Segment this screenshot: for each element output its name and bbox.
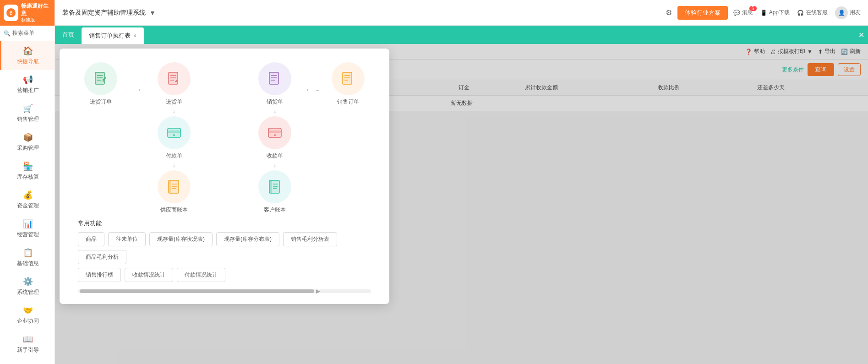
message-icon: 💬 [733, 10, 740, 16]
system-title: 装备及固定资产辅助管理系统 ▼ [62, 9, 660, 17]
payment-circle: ¥ [158, 116, 191, 149]
scroll-right-arrow[interactable]: ▶ [316, 288, 320, 294]
popup-scrollbar-thumb [80, 289, 314, 293]
flow-node-sale-bill[interactable]: 销货单 [252, 62, 298, 106]
arrow-down-receipt: ↓ [252, 108, 298, 114]
common-funcs-title: 常用功能 [78, 219, 371, 228]
operations-icon: 📊 [23, 219, 33, 229]
svg-text:¥: ¥ [273, 133, 276, 137]
main-area: 装备及固定资产辅助管理系统 ▼ ⚙ 体验行业方案 💬 消息 5 📱 App下载 … [55, 0, 868, 364]
service-icon: 🎧 [797, 10, 804, 16]
flow-node-purchase-bill[interactable]: 进货单 [151, 62, 197, 106]
sidebar-item-quick[interactable]: 🏠 快捷导航 [0, 41, 55, 70]
sidebar-nav: 🏠 快捷导航 📢 营销推广 🛒 销售管理 📦 采购管理 🏪 库存核算 💰 [0, 41, 55, 364]
sidebar-item-finance[interactable]: 💰 资金管理 [0, 185, 55, 214]
popup-scrollbar[interactable]: ▶ [78, 289, 371, 293]
flow-row-2: ¥ 付款单 [78, 116, 371, 160]
supplier-ledger-circle [158, 170, 191, 203]
finance-icon: 💰 [23, 190, 33, 200]
flow-node-purchase-order[interactable]: 进货订单 [78, 62, 124, 106]
inventory-icon: 🏪 [23, 161, 33, 171]
purchase-bill-circle [158, 62, 191, 95]
flow-arrow-down-row: ↓ ↓ [78, 108, 371, 114]
receipt-circle: ¥ [258, 116, 291, 149]
flow-row-3: 供应商账本 [78, 170, 371, 214]
func-btn-payment-stat[interactable]: 付款情况统计 [177, 268, 225, 282]
tabbar: 首页 销售订单执行表 × ✕ [55, 26, 868, 44]
func-btn-receipt-stat[interactable]: 收款情况统计 [125, 268, 173, 282]
tab-window-close[interactable]: ✕ [858, 31, 864, 39]
settings-icon[interactable]: ⚙ [666, 8, 672, 17]
func-btn-goods[interactable]: 商品 [78, 232, 104, 246]
flow-arrow-down-row-2: ↓ ↓ [78, 162, 371, 168]
arrow-down-customer: ↓ [252, 162, 298, 168]
sales-icon: 🛒 [23, 103, 33, 114]
svg-rect-2 [95, 72, 104, 84]
popup-panel: 进货订单 → [60, 49, 389, 304]
func-btns-row-1: 商品 往来单位 现存量(库存状况表) 现存量(库存分布表) 销售毛利分析表 商品… [78, 232, 371, 264]
sidebar-item-inventory[interactable]: 🏪 库存核算 [0, 157, 55, 185]
sidebar-item-newbie[interactable]: 📖 新手引导 [0, 330, 55, 359]
func-btns-row-2: 销售排行榜 收款情况统计 付款情况统计 [78, 268, 371, 282]
experience-btn[interactable]: 体验行业方案 [677, 6, 728, 20]
enterprise-icon: 🤝 [23, 305, 33, 315]
svg-rect-14 [343, 72, 352, 84]
flow-node-supplier-ledger[interactable]: 供应商账本 [151, 170, 197, 214]
message-btn[interactable]: 💬 消息 5 [733, 9, 753, 16]
sidebar-item-marketing[interactable]: 📢 营销推广 [0, 70, 55, 99]
tab-home[interactable]: 首页 [55, 26, 82, 44]
flow-row-1: 进货订单 → [78, 62, 371, 106]
flow-diagram: 进货订单 → [78, 62, 371, 216]
func-btn-sales-gross[interactable]: 销售毛利分析表 [283, 232, 337, 246]
sidebar-item-basic[interactable]: 📋 基础信息 [0, 243, 55, 272]
home-icon: 🏠 [23, 46, 33, 56]
sidebar-item-operations[interactable]: 📊 经营管理 [0, 214, 55, 243]
sidebar-item-sales[interactable]: 🛒 销售管理 [0, 99, 55, 128]
svg-text:B: B [10, 11, 13, 16]
flow-node-receipt[interactable]: ¥ 收款单 [252, 116, 298, 160]
app-download-btn[interactable]: 📱 App下载 [760, 9, 790, 16]
purchase-order-circle [84, 62, 117, 95]
sidebar-item-system[interactable]: ⚙️ 系统管理 [0, 272, 55, 301]
func-btn-sales-rank[interactable]: 销售排行榜 [78, 268, 121, 282]
func-btn-partner[interactable]: 往来单位 [108, 232, 146, 246]
basic-icon: 📋 [23, 248, 33, 258]
system-dropdown[interactable]: ▼ [149, 9, 156, 16]
logo-text: 畅康通好生意 标准版 [21, 3, 51, 23]
svg-rect-30 [269, 180, 272, 193]
flow-node-customer-ledger[interactable]: 客户账本 [252, 170, 298, 214]
arrow-purchase-order-to-bill: → [124, 73, 151, 96]
avatar: 👤 [835, 6, 848, 19]
topbar-right: 💬 消息 5 📱 App下载 🎧 在线客服 👤 用友 [733, 6, 861, 19]
flow-node-sale-order[interactable]: 销售订单 [325, 62, 371, 106]
arrow-sale-order-to-bill: ← - [298, 73, 325, 96]
svg-rect-25 [169, 180, 171, 193]
sidebar-item-purchase[interactable]: 📦 采购管理 [0, 128, 55, 157]
common-funcs: 常用功能 商品 往来单位 现存量(库存状况表) 现存量(库存分布表) 销售毛利分… [78, 219, 371, 282]
logo-icon: B [4, 5, 18, 21]
customer-ledger-circle [258, 170, 291, 203]
arrow-down-supplier: ↓ [151, 162, 197, 168]
func-btn-stock-status[interactable]: 现存量(库存状况表) [149, 232, 213, 246]
topbar: 装备及固定资产辅助管理系统 ▼ ⚙ 体验行业方案 💬 消息 5 📱 App下载 … [55, 0, 868, 26]
tab-sales-order[interactable]: 销售订单执行表 × [82, 27, 144, 44]
search-icon: 🔍 [4, 30, 11, 37]
arrow-down-payment: ↓ [151, 108, 197, 114]
search-menu[interactable]: 🔍 搜索菜单 [0, 26, 55, 41]
svg-rect-6 [169, 72, 178, 84]
logo-area: B 畅康通好生意 标准版 [0, 0, 55, 26]
svg-rect-10 [269, 72, 278, 84]
sale-bill-circle [258, 62, 291, 95]
user-menu[interactable]: 👤 用友 [835, 6, 861, 19]
svg-text:¥: ¥ [172, 133, 175, 137]
sidebar-item-enterprise[interactable]: 🤝 企业协同 [0, 301, 55, 330]
app-icon: 📱 [760, 10, 767, 16]
flow-node-payment[interactable]: ¥ 付款单 [151, 116, 197, 160]
popup-overlay: 进货订单 → [55, 44, 868, 364]
system-icon: ⚙️ [23, 277, 33, 287]
func-btn-goods-gross[interactable]: 商品毛利分析 [78, 250, 126, 264]
content-area: ❓ 帮助 🖨 按模板打印 ▼ ⬆ 导出 🔄 刷新 [55, 44, 868, 364]
tab-close-btn[interactable]: × [133, 33, 136, 39]
func-btn-stock-dist[interactable]: 现存量(库存分布表) [216, 232, 279, 246]
online-service-btn[interactable]: 🎧 在线客服 [797, 9, 828, 16]
